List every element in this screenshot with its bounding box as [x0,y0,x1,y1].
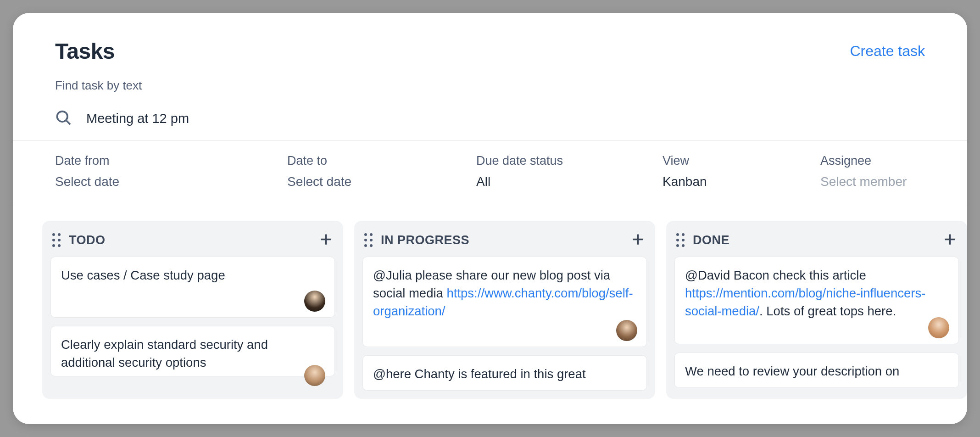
task-card[interactable]: @here Chanty is featured in this great [362,355,647,391]
filter-value: All [476,174,663,189]
filter-bar: Date from Select date Date to Select dat… [13,141,967,204]
column-title: IN PROGRESS [381,233,469,247]
task-text-prefix: We need to review your description on [685,364,899,378]
add-task-button[interactable] [631,233,644,247]
column-in-progress: IN PROGRESS @Julia please share our new … [354,221,655,399]
task-text: @here Chanty is featured in this great [373,365,636,383]
tasks-window: Tasks Create task Find task by text Date… [13,13,967,424]
task-text-prefix: @here Chanty is featured in this great [373,367,586,381]
filter-value: Select date [287,174,476,189]
task-text: @Julia please share our new blog post vi… [373,266,636,320]
task-text: Use cases / Case study page [61,266,324,310]
assignee-avatar [616,320,637,341]
search-icon [55,109,72,128]
filter-assignee[interactable]: Assignee Select member [820,154,925,189]
column-header: IN PROGRESS [362,229,647,257]
add-task-button[interactable] [319,233,332,247]
drag-handle-icon[interactable] [676,233,685,247]
task-text-prefix: @David Bacon check this article [685,268,866,282]
drag-handle-icon[interactable] [52,233,61,247]
task-text: Clearly explain standard security and ad… [61,336,324,371]
filter-label: Due date status [476,154,663,168]
filter-label: Date to [287,154,476,168]
filter-label: Assignee [820,154,925,168]
column-header: TODO [50,229,335,257]
search-row [13,93,967,141]
column-title: TODO [69,233,106,247]
filter-label: View [663,154,820,168]
search-label: Find task by text [13,64,967,93]
task-card[interactable]: Clearly explain standard security and ad… [50,326,335,376]
filter-date-from[interactable]: Date from Select date [55,154,287,189]
assignee-avatar [304,365,325,386]
column-title: DONE [693,233,729,247]
kanban-board: TODO Use cases / Case study page Clearly… [13,204,967,399]
filter-date-to[interactable]: Date to Select date [287,154,476,189]
assignee-avatar [928,317,949,338]
task-card[interactable]: @Julia please share our new blog post vi… [362,257,647,347]
svg-line-1 [67,121,70,124]
filter-value: Select member [820,174,925,189]
search-input[interactable] [86,111,925,126]
task-text: We need to review your description on [685,362,948,380]
task-text: @David Bacon check this article https://… [685,266,948,320]
filter-value: Select date [55,174,287,189]
filter-value: Kanban [663,174,820,189]
filter-label: Date from [55,154,287,168]
svg-point-0 [57,112,68,122]
task-card[interactable]: We need to review your description on [674,353,959,388]
page-title: Tasks [55,39,115,64]
add-task-button[interactable] [943,233,956,247]
header-row: Tasks Create task [13,13,967,64]
task-card[interactable]: @David Bacon check this article https://… [674,257,959,344]
create-task-link[interactable]: Create task [850,43,925,60]
filter-due-status[interactable]: Due date status All [476,154,663,189]
column-done: DONE @David Bacon check this article htt… [666,221,967,399]
column-header: DONE [674,229,959,257]
assignee-avatar [304,291,325,312]
drag-handle-icon[interactable] [364,233,373,247]
column-todo: TODO Use cases / Case study page Clearly… [42,221,343,399]
task-text-suffix: . Lots of great tops here. [759,304,896,318]
task-card[interactable]: Use cases / Case study page [50,257,335,318]
filter-view[interactable]: View Kanban [663,154,820,189]
